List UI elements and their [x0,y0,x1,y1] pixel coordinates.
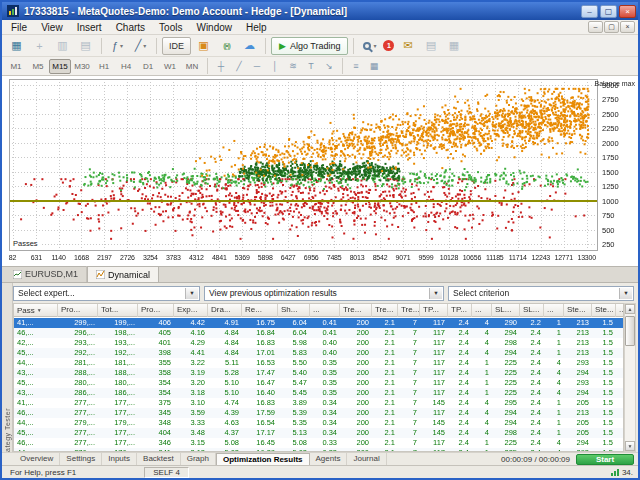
column-header[interactable]: ... [310,304,340,317]
column-header[interactable]: Exp... [174,304,208,317]
scroll-down-button[interactable]: ▼ [625,441,635,451]
menu-help[interactable]: Help [239,20,274,35]
tester-tab-agents[interactable]: Agents [310,453,348,466]
scroll-up-button[interactable]: ▲ [625,304,635,314]
child-restore-button[interactable]: ▢ [604,21,619,33]
column-header[interactable]: SL... [520,304,544,317]
column-header[interactable]: Tre... [372,304,398,317]
child-close-button[interactable]: × [620,21,635,33]
indicators-button[interactable]: ƒ▾ [107,36,128,55]
column-header[interactable]: Re... [242,304,278,317]
timeframe-mn[interactable]: MN [181,59,203,74]
child-minimize-button[interactable]: – [588,21,603,33]
result-row[interactable]: 44,...279,...179,...3483.334.6316.545.35… [14,418,623,428]
crosshair-icon[interactable]: ┼ [212,59,230,74]
tester-tab-optimization-results[interactable]: Optimization Results [216,453,310,466]
algo-trading-button[interactable]: ▶ Algo Trading [271,37,348,55]
vertical-scrollbar[interactable]: ▲ ▼ [624,303,636,452]
tester-tab-backtest[interactable]: Backtest [137,453,181,466]
arrow-tool-icon[interactable]: ↘ [320,59,338,74]
tester-tab-journal[interactable]: Journal [347,453,386,466]
timeframe-h4[interactable]: H4 [115,59,137,74]
scrollbar-thumb[interactable] [625,316,635,346]
result-row[interactable]: 46,...277,...177,...3453.594.3917.595.39… [14,408,623,418]
result-row[interactable]: 46,...277,...177,...3463.155.0816.455.08… [14,438,623,448]
select-expert-dropdown[interactable]: Select expert... ▼ [13,286,200,301]
text-tool-icon[interactable]: T [302,59,320,74]
optimization-scatter-chart[interactable] [9,79,598,251]
result-row[interactable]: 41,...299,...199,...4064.424.9116.756.04… [14,318,623,328]
cascade-windows-button[interactable]: ▤ [75,36,96,55]
tester-tab-overview[interactable]: Overview [14,453,60,466]
result-row[interactable]: 45,...277,...177,...4043.484.3717.175.13… [14,428,623,438]
tester-tab-settings[interactable]: Settings [60,453,102,466]
result-row[interactable]: 45,...280,...180,...3543.205.1016.475.47… [14,378,623,388]
column-header[interactable]: Pass▼ [14,304,58,317]
result-row[interactable]: 46,...296,...198,...4054.164.8416.846.04… [14,328,623,338]
fibonacci-icon[interactable]: ≋ [284,59,302,74]
timeframe-w1[interactable]: W1 [159,59,181,74]
search-button[interactable]: ▾ [359,36,380,55]
timeframe-m5[interactable]: M5 [27,59,49,74]
title-bar[interactable]: 17333815 - MetaQuotes-Demo: Demo Account… [2,2,638,20]
objects-button[interactable]: ╱▾ [130,36,151,55]
timeframe-h1[interactable]: H1 [93,59,115,74]
column-header[interactable]: Pro... [58,304,98,317]
tester-tab-graph[interactable]: Graph [181,453,216,466]
menu-charts[interactable]: Charts [109,20,152,35]
optimization-results-dropdown[interactable]: View previous optimization results ▼ [204,286,444,301]
column-header[interactable]: ... [616,304,624,317]
menu-file[interactable]: File [4,20,34,35]
new-order-button[interactable]: + [29,36,50,55]
column-header[interactable]: Tre... [398,304,420,317]
result-row[interactable]: 45,...292,...192,...3984.414.8417.015.83… [14,348,623,358]
result-row[interactable]: 43,...288,...188,...3583.195.2817.475.40… [14,368,623,378]
vps-cloud-icon[interactable]: ☁ [239,36,260,55]
select-criterion-dropdown[interactable]: Select criterion ▼ [448,286,634,301]
trendline-icon[interactable]: ╱ [230,59,248,74]
column-header[interactable]: ... [544,304,564,317]
result-row[interactable]: 42,...293,...193,...4014.294.8416.835.98… [14,338,623,348]
start-button[interactable]: Start [576,454,634,465]
objects-list-icon[interactable]: ≡ [347,59,365,74]
column-header[interactable]: TP... [420,304,448,317]
mail-icon[interactable]: ✉ [397,36,418,55]
new-chart-button[interactable]: ▦ [6,36,27,55]
horizontal-line-icon[interactable]: ─ [248,59,266,74]
menu-tools[interactable]: Tools [152,20,189,35]
timeframe-m15[interactable]: M15 [49,59,71,74]
result-row[interactable]: 43,...286,...186,...3543.185.1016.405.45… [14,388,623,398]
restore-button[interactable]: ▢ [600,5,617,18]
column-header[interactable]: Tot... [98,304,138,317]
menu-view[interactable]: View [34,20,70,35]
chart-tab-dynamical[interactable]: Dynamical [87,266,159,282]
result-row[interactable]: 41,...277,...177,...3753.104.7416.833.89… [14,398,623,408]
timeframe-m1[interactable]: M1 [5,59,27,74]
calendar-icon[interactable]: ▦ [443,36,464,55]
chart-tab-eurusd[interactable]: EURUSD,M1 [5,266,87,282]
tester-tab-inputs[interactable]: Inputs [102,453,137,466]
column-header[interactable]: Tre... [340,304,372,317]
tile-windows-button[interactable]: ▥ [52,36,73,55]
column-header[interactable]: Ste... [564,304,592,317]
column-header[interactable]: Pro... [138,304,174,317]
close-button[interactable]: × [619,5,636,18]
notifications-badge[interactable]: 1 [383,40,394,51]
column-header[interactable]: Ste... [592,304,616,317]
menu-window[interactable]: Window [189,20,239,35]
column-header[interactable]: Dra... [208,304,242,317]
timeframe-d1[interactable]: D1 [137,59,159,74]
timeframe-m30[interactable]: M30 [71,59,93,74]
column-header[interactable]: TP... [448,304,472,317]
column-header[interactable]: ... [472,304,492,317]
signals-icon[interactable]: ((•)) [216,36,237,55]
minimize-button[interactable]: – [581,5,598,18]
ide-button[interactable]: IDE [162,37,191,55]
market-icon[interactable]: ▣ [193,36,214,55]
news-icon[interactable]: ▤ [420,36,441,55]
result-row[interactable]: 44,...281,...181,...3553.225.1116.535.50… [14,358,623,368]
menu-insert[interactable]: Insert [70,20,109,35]
vertical-line-icon[interactable]: │ [266,59,284,74]
column-header[interactable]: SL... [492,304,520,317]
grid-icon[interactable]: ▦ [365,59,383,74]
